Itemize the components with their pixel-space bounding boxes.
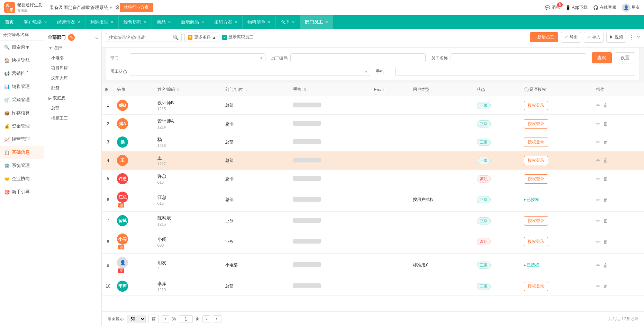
tab-goods[interactable]: 商品 ✕: [152, 15, 176, 29]
edit-button[interactable]: ✏: [596, 139, 600, 145]
sidebar-item-purchase[interactable]: 🛒 采购管理: [0, 93, 44, 106]
auth-login-button[interactable]: 授权登录: [524, 156, 548, 165]
sidebar-item-capital[interactable]: 💰 资金管理: [0, 120, 44, 133]
col-phone[interactable]: 手机 ⇅: [290, 83, 371, 96]
close-warehouse-tab[interactable]: ✕: [292, 20, 295, 25]
edit-button[interactable]: ✏: [596, 103, 600, 108]
tab-profit[interactable]: 利润报告 ✕: [85, 15, 119, 29]
tab-process[interactable]: 经营历程 ✕: [119, 15, 152, 29]
delete-button[interactable]: 🗑: [603, 218, 608, 223]
dept-manage-button[interactable]: ✎: [68, 34, 75, 41]
delete-button[interactable]: 🗑: [603, 239, 608, 245]
auth-login-button[interactable]: 授权登录: [524, 101, 548, 110]
col-dept[interactable]: 部门/职位 ⇅: [223, 83, 290, 96]
emp-name-input[interactable]: [451, 53, 586, 62]
import-button[interactable]: ↙ 导入: [584, 32, 604, 43]
prev-page-button[interactable]: ‹: [162, 315, 169, 323]
emp-code-input[interactable]: [290, 53, 426, 62]
view-button[interactable]: ▶ 视频: [606, 32, 626, 43]
dept-item-xiangmu[interactable]: 项目库房: [44, 63, 101, 73]
trial-button[interactable]: 体验行业方案: [120, 3, 153, 12]
sidebar-item-cooperation[interactable]: 🤝 企业协同: [0, 172, 44, 185]
page-size-select[interactable]: 50 100 200: [127, 315, 146, 323]
sidebar-item-search[interactable]: 🔍 搜索菜单: [0, 41, 44, 54]
edit-button[interactable]: ✏: [596, 176, 600, 182]
edit-button[interactable]: ✏: [596, 263, 600, 268]
more-options-icon[interactable]: ⋮: [629, 34, 634, 41]
edit-button[interactable]: ✏: [596, 121, 600, 126]
auth-login-button[interactable]: 授权登录: [524, 282, 548, 291]
sidebar-item-inventory[interactable]: 📦 库存核算: [0, 106, 44, 120]
tab-finance[interactable]: 经营情况 ✕: [52, 15, 85, 29]
close-barcode-tab[interactable]: ✕: [234, 20, 237, 25]
app-download-action[interactable]: 📱 App下载: [565, 5, 588, 10]
close-goods-tab[interactable]: ✕: [168, 20, 171, 25]
dept-group-zongbu[interactable]: ▼ 总部: [44, 43, 101, 53]
sidebar-item-marketing[interactable]: 📢 营销推广: [0, 67, 44, 80]
phone-input[interactable]: [395, 67, 636, 76]
tab-customer[interactable]: 客户联络 ✕: [19, 15, 52, 29]
dept-select[interactable]: [130, 53, 265, 62]
tab-barcode[interactable]: 条码方案 ✕: [209, 15, 243, 29]
delete-button[interactable]: 🗑: [603, 197, 608, 203]
dropdown-arrow[interactable]: ▾: [110, 5, 112, 10]
delete-button[interactable]: 🗑: [603, 121, 608, 126]
edit-button[interactable]: ✏: [596, 197, 600, 203]
close-employee-tab[interactable]: ✕: [325, 20, 328, 25]
next-page-button[interactable]: ›: [202, 315, 210, 323]
dept-collapse-button[interactable]: «: [95, 35, 98, 40]
auth-login-button[interactable]: 授权登录: [524, 119, 548, 129]
edit-button[interactable]: ✏: [596, 239, 600, 245]
delete-button[interactable]: 🗑: [603, 263, 608, 268]
sidebar-item-basic[interactable]: 📋 基础信息: [0, 146, 44, 159]
reset-button[interactable]: 设置: [615, 52, 635, 63]
message-action[interactable]: 💬 消息 5: [545, 5, 560, 10]
status-select[interactable]: [130, 67, 370, 76]
close-material-tab[interactable]: ✕: [267, 20, 271, 25]
sidebar-item-system[interactable]: ⚙️ 系统管理: [0, 159, 44, 172]
close-finance-tab[interactable]: ✕: [77, 20, 80, 25]
dept-header[interactable]: 全部部门 ✎ «: [44, 32, 101, 43]
dept-item-shenyang[interactable]: 沈阳大库: [44, 73, 101, 83]
page-input[interactable]: [179, 315, 193, 323]
edit-button[interactable]: ✏: [596, 218, 600, 223]
close-newgoods-tab[interactable]: ✕: [201, 20, 204, 25]
sidebar-search-input[interactable]: [3, 32, 44, 37]
search-icon[interactable]: 🔍: [173, 35, 179, 40]
dept-item-chabuwangsan[interactable]: 插柜王三: [44, 113, 101, 123]
auth-login-button[interactable]: 授权登录: [524, 138, 548, 147]
first-page-button[interactable]: 首: [148, 315, 159, 323]
more-filter-button[interactable]: 🔽 更多条件 ▲: [184, 33, 219, 42]
auth-login-button[interactable]: 授权登录: [524, 237, 548, 246]
close-customer-tab[interactable]: ✕: [44, 20, 47, 25]
col-settings[interactable]: ⚙: [102, 83, 114, 96]
sidebar-item-sales[interactable]: 📊 销售管理: [0, 80, 44, 93]
tab-material[interactable]: 物料清单 ✕: [243, 15, 276, 29]
close-process-tab[interactable]: ✕: [144, 20, 147, 25]
auth-info-icon[interactable]: i: [524, 87, 529, 92]
sidebar-item-quick-nav[interactable]: 🏠 快捷导航: [0, 54, 44, 67]
edit-button[interactable]: ✏: [596, 283, 600, 289]
close-profit-tab[interactable]: ✕: [110, 20, 114, 25]
tab-warehouse[interactable]: 仓库 ✕: [276, 15, 300, 29]
delete-button[interactable]: 🗑: [603, 139, 608, 145]
dept-group-shuangcheng[interactable]: ▶ 双庭想: [44, 93, 101, 103]
user-action[interactable]: 👤 用友: [622, 3, 640, 12]
delete-button[interactable]: 🗑: [603, 158, 608, 163]
query-button[interactable]: 查询: [592, 52, 612, 63]
show-resigned-toggle[interactable]: ✓ 显示离职员工: [222, 34, 253, 40]
auth-login-button[interactable]: 授权登录: [524, 216, 548, 226]
export-button[interactable]: ↗ 导出: [561, 32, 581, 43]
search-input[interactable]: [109, 35, 171, 40]
auth-login-button[interactable]: 授权登录: [524, 174, 548, 184]
help-icon[interactable]: ?: [637, 35, 640, 40]
show-resigned-checkbox[interactable]: ✓: [222, 35, 227, 40]
dept-item-peihuo[interactable]: 配货: [44, 83, 101, 93]
settings-button[interactable]: ⚙: [115, 4, 120, 11]
online-service-action[interactable]: 🎧 在线客服: [593, 5, 616, 10]
delete-button[interactable]: 🗑: [603, 103, 608, 108]
dept-item-xiaodian[interactable]: 小电部: [44, 53, 101, 63]
edit-button[interactable]: ✏: [596, 158, 600, 163]
dept-item-zongbu2[interactable]: 总部: [44, 103, 101, 113]
delete-button[interactable]: 🗑: [603, 283, 608, 289]
